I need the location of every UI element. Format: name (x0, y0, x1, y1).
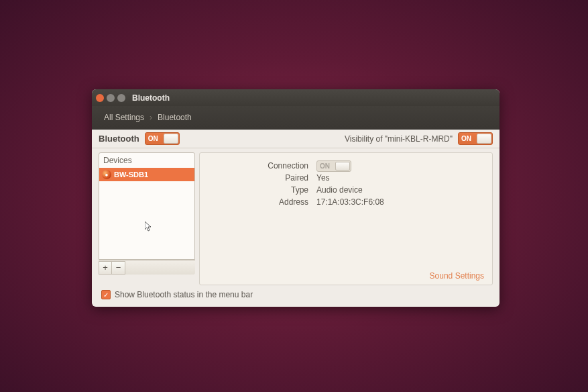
bluetooth-settings-window: Bluetooth All Settings › Bluetooth Bluet… (92, 89, 499, 307)
toggle-handle (477, 134, 491, 144)
toggle-on-label: ON (148, 135, 158, 142)
footer: ✓ Show Bluetooth status in the menu bar (92, 285, 499, 304)
toggle-handle (164, 134, 178, 144)
bluetooth-toggle[interactable]: ON (145, 132, 180, 145)
devices-empty-area[interactable] (99, 181, 194, 259)
detail-row-type: Type Audio device (208, 184, 484, 196)
detail-row-address: Address 17:1A:03:3C:F6:08 (208, 196, 484, 208)
detail-label: Type (208, 185, 308, 195)
toggle-handle (335, 162, 350, 170)
maximize-icon[interactable] (117, 94, 125, 102)
breadcrumb-bluetooth[interactable]: Bluetooth (154, 111, 196, 124)
menubar-status-label: Show Bluetooth status in the menu bar (115, 290, 253, 299)
minimize-icon[interactable] (107, 94, 115, 102)
window-title: Bluetooth (132, 93, 170, 103)
breadcrumb-all-settings[interactable]: All Settings (100, 111, 148, 124)
titlebar[interactable]: Bluetooth (92, 89, 499, 106)
toggle-on-label: ON (320, 162, 330, 170)
content-area: Devices ● BW-SDB1 + − Connection (92, 148, 499, 285)
device-item-bw-sdb1[interactable]: ● BW-SDB1 (99, 168, 194, 181)
remove-device-button[interactable]: − (112, 261, 125, 275)
close-icon[interactable] (96, 94, 104, 102)
visibility-label: Visibility of "mini-KBL-R-MRD" (345, 134, 453, 144)
device-icon: ● (102, 170, 111, 179)
devices-column: Devices ● BW-SDB1 + − (99, 152, 195, 285)
detail-value: Audio device (316, 185, 363, 195)
detail-label: Address (208, 197, 308, 207)
detail-value: Yes (316, 173, 330, 183)
add-device-button[interactable]: + (99, 261, 112, 275)
detail-label: Paired (208, 173, 308, 183)
toggle-on-label: ON (461, 135, 471, 142)
connection-toggle[interactable]: ON (316, 160, 351, 172)
sound-settings-link[interactable]: Sound Settings (430, 271, 484, 281)
settings-topbar: Bluetooth ON Visibility of "mini-KBL-R-M… (92, 130, 499, 148)
detail-label: Connection (208, 161, 308, 170)
menubar-status-checkbox[interactable]: ✓ (101, 290, 111, 299)
chevron-right-icon: › (150, 113, 152, 122)
visibility-toggle[interactable]: ON (458, 132, 493, 145)
detail-row-connection: Connection ON (208, 160, 484, 172)
bluetooth-label: Bluetooth (99, 134, 139, 144)
detail-value: 17:1A:03:3C:F6:08 (316, 197, 384, 207)
cursor-icon (145, 222, 153, 232)
detail-row-paired: Paired Yes (208, 172, 484, 184)
breadcrumb: All Settings › Bluetooth (92, 106, 499, 130)
devices-toolbar: + − (99, 260, 195, 275)
device-name-label: BW-SDB1 (114, 170, 148, 179)
devices-panel: Devices ● BW-SDB1 (99, 152, 195, 260)
device-detail-panel: Connection ON Paired Yes Type Audio devi… (199, 152, 493, 285)
devices-header: Devices (99, 153, 194, 168)
